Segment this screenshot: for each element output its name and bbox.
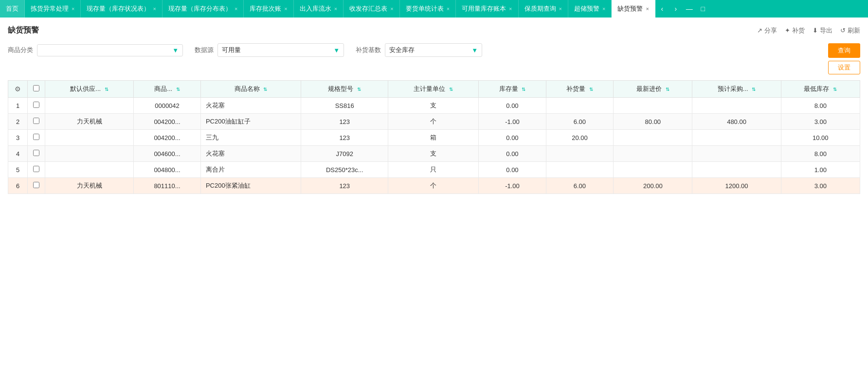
row-unit-0: 支 [388,98,479,114]
row-select-checkbox-3[interactable] [33,150,39,156]
tab-expiry[interactable]: 保质期查询 × [519,0,568,18]
row-latest-price-0 [614,98,692,114]
col-supplier[interactable]: 默认供应... ⇅ [45,81,134,98]
replenish-label: 补货 [792,26,805,35]
row-checkbox-5[interactable] [28,178,45,194]
row-index-3: 4 [8,146,28,162]
row-replenish-2: 20.00 [546,130,613,146]
tab-inout-close[interactable]: × [334,6,337,12]
row-replenish-3 [546,146,613,162]
tab-collect-close[interactable]: × [390,6,393,12]
tab-stock-status-label: 现存量（库存状况表） [87,4,150,13]
tab-stock-dist[interactable]: 现存量（库存分布表） × [163,0,244,18]
query-button[interactable]: 查询 [828,43,860,58]
row-checkbox-4[interactable] [28,162,45,178]
tab-shortage-close[interactable]: × [646,6,649,12]
row-latest-price-4 [614,162,692,178]
row-checkbox-2[interactable] [28,130,45,146]
datasource-value: 可用量 [222,46,241,54]
tab-overstock[interactable]: 超储预警 × [568,0,612,18]
tab-inout[interactable]: 出入库流水 × [294,0,344,18]
tab-exception[interactable]: 拣货异常处理 × [25,0,81,18]
tab-stock-status[interactable]: 现存量（库存状况表） × [81,0,162,18]
row-select-checkbox-0[interactable] [33,102,39,108]
tab-avail-close[interactable]: × [509,6,512,12]
settings-gear-icon[interactable]: ⚙ [15,85,21,93]
min-stock-sort-icon: ⇅ [833,87,837,92]
tab-stock-dist-close[interactable]: × [235,6,237,12]
row-select-checkbox-4[interactable] [33,166,39,172]
supplier-sort-icon: ⇅ [105,87,108,92]
row-stock-4: 0.00 [479,162,546,178]
settings-button[interactable]: 设置 [828,61,860,74]
row-checkbox-3[interactable] [28,146,45,162]
col-min-stock[interactable]: 最低库存 ⇅ [781,81,860,98]
tab-batch[interactable]: 库存批次账 × [244,0,293,18]
tab-home-label: 首页 [6,4,18,13]
row-spec-1: 123 [301,114,388,130]
col-settings[interactable]: ⚙ [8,81,28,98]
row-supplier-2 [45,130,134,146]
row-est-purchase-4 [692,162,781,178]
col-unit[interactable]: 主计量单位 ⇅ [388,81,479,98]
refresh-link[interactable]: ↺ 刷新 [840,26,860,35]
row-select-checkbox-2[interactable] [33,134,39,140]
col-spec[interactable]: 规格型号 ⇅ [301,81,388,98]
row-unit-2: 箱 [388,130,479,146]
row-select-checkbox-1[interactable] [33,118,39,124]
tab-overstock-close[interactable]: × [602,6,605,12]
tab-bar: 首页 拣货异常处理 × 现存量（库存状况表） × 现存量（库存分布表） × 库存… [0,0,868,18]
share-icon: ↗ [757,27,762,34]
row-code-5: 801110... [134,178,201,194]
tab-order-stat-close[interactable]: × [447,6,450,12]
row-latest-price-5: 200.00 [614,178,692,194]
share-link[interactable]: ↗ 分享 [757,26,777,35]
col-checkbox [28,81,45,98]
row-index-1: 2 [8,114,28,130]
tab-next-btn[interactable]: › [669,0,683,18]
col-latest-price[interactable]: 最新进价 ⇅ [614,81,692,98]
tab-order-stat[interactable]: 要货单统计表 × [400,0,456,18]
row-select-checkbox-5[interactable] [33,182,39,188]
replenish-sort-icon: ⇅ [589,87,593,92]
col-name[interactable]: 商品名称 ⇅ [200,81,301,98]
replenish-link[interactable]: ✦ 补货 [785,26,805,35]
category-select[interactable]: ▼ [37,44,183,56]
tab-exception-close[interactable]: × [72,6,74,12]
col-stock[interactable]: 库存量 ⇅ [479,81,546,98]
row-index-0: 1 [8,98,28,114]
tab-avail[interactable]: 可用量库存账本 × [456,0,518,18]
row-name-4: 离合片 [200,162,301,178]
col-code[interactable]: 商品... ⇅ [134,81,201,98]
row-checkbox-1[interactable] [28,114,45,130]
row-spec-3: J7092 [301,146,388,162]
col-replenish[interactable]: 补货量 ⇅ [546,81,613,98]
row-spec-2: 123 [301,130,388,146]
col-est-purchase[interactable]: 预计采购... ⇅ [692,81,781,98]
tab-stock-status-close[interactable]: × [153,6,156,12]
tab-home[interactable]: 首页 [0,0,25,18]
row-unit-5: 个 [388,178,479,194]
select-all-checkbox[interactable] [33,85,39,91]
row-checkbox-0[interactable] [28,98,45,114]
row-stock-1: -1.00 [479,114,546,130]
row-est-purchase-3 [692,146,781,162]
replenish-select[interactable]: 安全库存 ▼ [385,43,482,57]
datasource-select[interactable]: 可用量 ▼ [217,43,344,57]
row-replenish-4 [546,162,613,178]
export-link[interactable]: ⬇ 导出 [813,26,832,35]
tab-order-stat-label: 要货单统计表 [406,4,444,13]
export-label: 导出 [820,26,832,35]
maximize-btn[interactable]: □ [696,0,710,18]
minimize-btn[interactable]: — [683,0,696,18]
latest-price-sort-icon: ⇅ [666,87,669,92]
tab-collect[interactable]: 收发存汇总表 × [344,0,399,18]
tab-prev-btn[interactable]: ‹ [655,0,669,18]
row-latest-price-3 [614,146,692,162]
row-supplier-4 [45,162,134,178]
tab-shortage[interactable]: 缺货预警 × [612,0,655,18]
tab-batch-close[interactable]: × [284,6,287,12]
category-label: 商品分类 [8,46,33,54]
tab-expiry-close[interactable]: × [559,6,562,12]
tab-stock-dist-label: 现存量（库存分布表） [168,4,232,13]
